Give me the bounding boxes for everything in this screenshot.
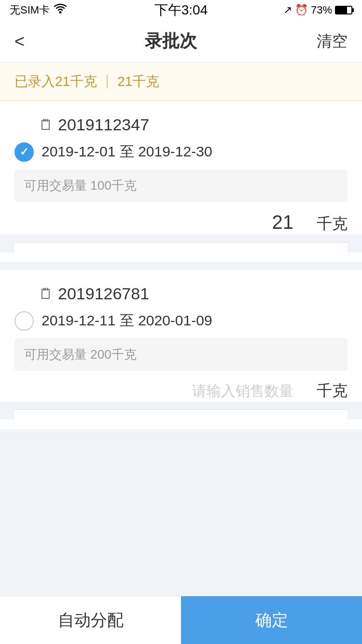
batch2-input-placeholder: 请输入销售数量 (192, 381, 293, 401)
batch2-date: 2019-12-11 至 2020-01-09 (42, 311, 212, 331)
batch1-available: 可用交易量 100千克 (24, 178, 137, 193)
batch1-date-row[interactable]: 2019-12-01 至 2019-12-30 (14, 142, 348, 162)
batch2-date-row[interactable]: 2019-12-11 至 2020-01-09 (14, 311, 348, 331)
location-icon: ↗ (283, 4, 292, 16)
status-bar-time: 下午3:04 (154, 1, 208, 19)
batch2-available: 可用交易量 200千克 (24, 347, 137, 362)
batch1-qty-box: 可用交易量 100千克 (14, 169, 348, 202)
batch1-unit: 千克 (317, 213, 348, 235)
battery-icon (335, 6, 352, 14)
page-title: 录批次 (145, 29, 197, 53)
batch2-id: 2019126781 (58, 284, 149, 303)
recorded-amount-label: 已录入21千克 (14, 72, 97, 91)
batch1-header: 🗒 2019112347 (14, 115, 348, 134)
batch1-id: 2019112347 (58, 115, 149, 134)
batch2-header: 🗒 2019126781 (14, 284, 348, 303)
back-button[interactable]: < (14, 31, 25, 52)
info-divider (107, 75, 108, 88)
section-divider (0, 262, 362, 270)
wifi-icon (54, 3, 67, 17)
confirm-button[interactable]: 确定 (181, 596, 362, 644)
batch1-amount-value[interactable]: 21 (272, 211, 294, 233)
status-bar-right: ↗ ⏰ 73% (283, 4, 352, 16)
batch1-amount-row: 21 千克 (0, 202, 362, 235)
batch2-divider (14, 409, 348, 410)
batch2-qty-box: 可用交易量 200千克 (14, 338, 348, 371)
status-bar: 无SIM卡 下午3:04 ↗ ⏰ 73% (0, 0, 362, 20)
batch1-icon: 🗒 (39, 117, 53, 133)
batch2-radio[interactable] (14, 311, 34, 331)
batch1-radio[interactable] (14, 142, 34, 162)
batch1-divider (14, 242, 348, 243)
svg-point-0 (59, 11, 62, 14)
batch2-bottom-pad (0, 420, 362, 429)
sim-status: 无SIM卡 (10, 3, 50, 17)
batch1-bottom-pad (0, 252, 362, 262)
batch-card-1: 🗒 2019112347 2019-12-01 至 2019-12-30 可用交… (0, 101, 362, 202)
status-bar-left: 无SIM卡 (10, 3, 67, 17)
battery-percent: 73% (311, 4, 332, 16)
batch1-date: 2019-12-01 至 2019-12-30 (42, 142, 212, 162)
alarm-icon: ⏰ (295, 4, 308, 16)
batch-card-2: 🗒 2019126781 2019-12-11 至 2020-01-09 可用交… (0, 270, 362, 371)
bottom-space (0, 429, 362, 622)
nav-bar: < 录批次 清空 (0, 20, 362, 63)
batch2-unit: 千克 (317, 380, 348, 402)
recorded-amount-value: 21千克 (117, 72, 159, 91)
clear-button[interactable]: 清空 (317, 31, 348, 52)
info-banner: 已录入21千克 21千克 (0, 63, 362, 101)
batch2-input-row[interactable]: 请输入销售数量 千克 (0, 371, 362, 402)
auto-distribute-button[interactable]: 自动分配 (0, 596, 181, 644)
batch2-icon: 🗒 (39, 286, 53, 302)
footer: 自动分配 确定 (0, 596, 362, 644)
